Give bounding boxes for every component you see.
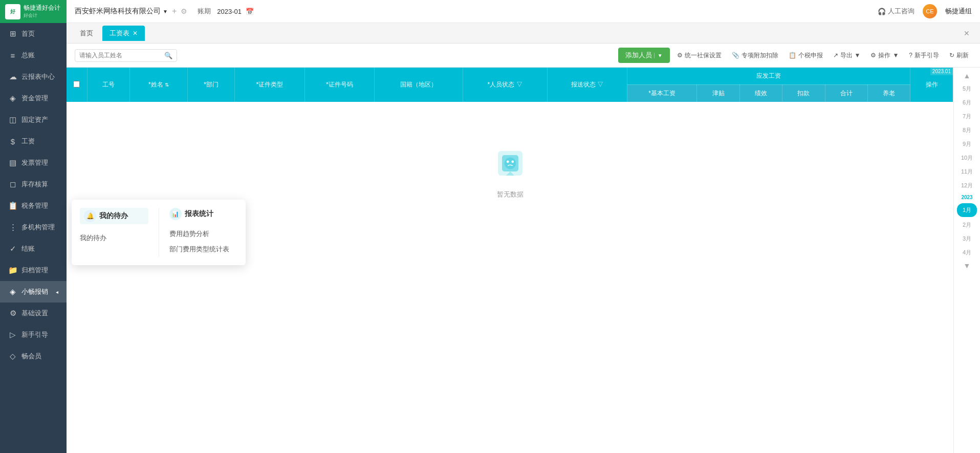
user-name: 畅捷通组: [945, 7, 972, 16]
export-icon: ↗: [833, 52, 838, 59]
add-person-dropdown-icon[interactable]: ▼: [654, 53, 663, 58]
popup-section-pending-title[interactable]: 🔔 我的待办: [80, 208, 148, 224]
timeline-month-10[interactable]: 10月: [954, 151, 980, 165]
sidebar-item-xiaochang[interactable]: ◈ 小畅报销 ◂: [0, 281, 67, 303]
new-guide-icon: ?: [909, 52, 912, 59]
popup-item-dept-expense[interactable]: 部门费用类型统计表: [169, 242, 238, 257]
ledger-icon: ≡: [8, 51, 17, 60]
popup-item-expense-trend[interactable]: 费用趋势分析: [169, 226, 238, 242]
popup-section-report-title[interactable]: 📊 报表统计: [169, 208, 238, 220]
sidebar-item-label: 新手引导: [21, 330, 48, 339]
add-person-button[interactable]: 添加人员 ▼: [618, 48, 670, 63]
company-dropdown-icon: ▼: [163, 9, 168, 14]
sidebar-item-settings[interactable]: ⚙ 基础设置: [0, 303, 67, 324]
sidebar-item-salary[interactable]: $ 工资: [0, 131, 67, 152]
timeline-month-9[interactable]: 9月: [954, 137, 980, 151]
empty-illustration: [490, 143, 531, 184]
timeline-month-11[interactable]: 11月: [954, 165, 980, 179]
sidebar-item-inventory[interactable]: ◻ 库存核算: [0, 174, 67, 195]
th-base-salary: *基本工资: [627, 85, 697, 102]
refresh-btn[interactable]: ↻ 刷新: [946, 49, 972, 62]
sidebar-item-home[interactable]: ⊞ 首页: [0, 23, 67, 45]
tab-home[interactable]: 首页: [73, 26, 100, 41]
sidebar-item-cloud-report[interactable]: ☁ 云报表中心: [0, 66, 67, 88]
tab-close-icon[interactable]: ✕: [133, 30, 138, 37]
service-button[interactable]: 🎧 人工咨询: [878, 7, 914, 16]
timeline-month-4[interactable]: 4月: [954, 246, 980, 260]
sidebar-item-invoice[interactable]: ▤ 发票管理: [0, 152, 67, 174]
settings-btn[interactable]: ⚙: [181, 7, 187, 15]
company-name[interactable]: 西安虾米网络科技有限公司 ▼: [75, 7, 168, 16]
sidebar-item-vip[interactable]: ◇ 畅会员: [0, 346, 67, 367]
sidebar-item-guide[interactable]: ▷ 新手引导: [0, 324, 67, 346]
timeline-month-8[interactable]: 8月: [954, 123, 980, 137]
th-nationality: 国籍（地区）: [375, 68, 463, 102]
logo-icon: 好: [5, 4, 20, 19]
report-icon: 📊: [169, 208, 182, 220]
new-guide-btn[interactable]: ? 新手引导: [906, 49, 942, 62]
sidebar-nav: ⊞ 首页 ≡ 总账 ☁ 云报表中心 ◈ 资金管理 ◫ 固定资产 $ 工资 ▤ 发…: [0, 23, 67, 453]
popup-item-my-pending[interactable]: 我的待办: [80, 230, 148, 246]
sidebar-item-label: 基础设置: [21, 309, 48, 318]
th-emp-id: 工号: [87, 68, 129, 102]
select-all-checkbox[interactable]: [67, 68, 87, 102]
popup-section-report: 📊 报表统计 费用趋势分析 部门费用类型统计表: [169, 208, 238, 257]
top-header: 西安虾米网络科技有限公司 ▼ + ⚙ 账期 2023-01 📅 🎧 人工咨询 C…: [67, 0, 980, 23]
timeline-month-1-current[interactable]: 1月: [957, 203, 977, 217]
tax-icon: 📋: [8, 201, 17, 210]
tax-declare-icon: 📋: [789, 52, 796, 59]
sidebar-item-settle[interactable]: ✓ 结账: [0, 238, 67, 260]
th-pension: 养老: [868, 85, 910, 102]
sidebar-item-ledger[interactable]: ≡ 总账: [0, 45, 67, 66]
calendar-icon[interactable]: 📅: [246, 8, 254, 15]
status-filter-icon: ▽: [516, 81, 522, 88]
th-deductions: 扣款: [782, 85, 825, 102]
svg-point-3: [506, 160, 509, 163]
multi-org-icon: ⋮: [8, 223, 17, 232]
sidebar-item-label: 云报表中心: [21, 72, 55, 81]
table-header-row1: 工号 *姓名 ⇅ *部门 *证件类型 *证件号码: [67, 68, 953, 85]
sidebar-item-label: 小畅报销: [21, 287, 48, 296]
social-security-icon: ⚙: [677, 52, 683, 59]
sidebar: 好 畅捷通好会计 好会计 ⊞ 首页 ≡ 总账 ☁ 云报表中心 ◈ 资金管理 ◫ …: [0, 0, 67, 453]
timeline-prev-btn[interactable]: ▲: [962, 70, 973, 82]
operation-dropdown-icon: ▼: [892, 52, 899, 59]
add-company-btn[interactable]: +: [172, 7, 177, 16]
sidebar-item-archive[interactable]: 📁 归档管理: [0, 260, 67, 281]
timeline-month-12[interactable]: 12月: [954, 179, 980, 192]
fixed-assets-icon: ◫: [8, 115, 17, 124]
timeline-month-5[interactable]: 5月: [954, 82, 980, 96]
period-label: 账期: [198, 7, 211, 16]
social-security-btn[interactable]: ⚙ 统一社保设置: [674, 49, 725, 62]
timeline-month-7[interactable]: 7月: [954, 110, 980, 123]
sidebar-item-tax[interactable]: 📋 税务管理: [0, 195, 67, 217]
timeline-next-btn[interactable]: ▼: [962, 260, 973, 272]
tab-salary[interactable]: 工资表 ✕: [102, 26, 145, 41]
vip-icon: ◇: [8, 352, 17, 361]
xiaochang-icon: ◈: [8, 287, 17, 296]
th-status[interactable]: *人员状态 ▽: [463, 68, 547, 102]
sidebar-item-fund[interactable]: ◈ 资金管理: [0, 88, 67, 109]
sidebar-item-fixed-assets[interactable]: ◫ 固定资产: [0, 109, 67, 131]
timeline-month-3[interactable]: 3月: [954, 232, 980, 246]
tax-declare-btn[interactable]: 📋 个税申报: [786, 49, 826, 62]
app-logo: 好 畅捷通好会计 好会计: [0, 0, 67, 23]
sort-icon: ⇅: [165, 82, 169, 88]
tab-close-btn[interactable]: ✕: [960, 27, 974, 39]
th-report-status[interactable]: 报送状态 ▽: [547, 68, 627, 102]
th-name[interactable]: *姓名 ⇅: [129, 68, 187, 102]
timeline-month-6[interactable]: 6月: [954, 96, 980, 110]
search-box[interactable]: 🔍: [75, 49, 177, 62]
th-cert-type: *证件类型: [235, 68, 305, 102]
special-deduct-btn[interactable]: 📎 专项附加扣除: [729, 49, 781, 62]
search-input[interactable]: [79, 52, 161, 59]
export-btn[interactable]: ↗ 导出 ▼: [830, 49, 864, 62]
timeline-panel: ▲ 5月 6月 7月 8月 9月 10月 11月 12月 2023 1月 2月 …: [953, 68, 980, 453]
operation-btn[interactable]: ⚙ 操作 ▼: [867, 49, 902, 62]
sidebar-item-multi-org[interactable]: ⋮ 多机构管理: [0, 217, 67, 238]
tab-bar: 首页 工资表 ✕ ✕: [67, 23, 980, 44]
popup-menu: 🔔 我的待办 我的待办 📊 报表统计 费用趋势分析 部门费用类型统计表: [72, 200, 246, 265]
sidebar-item-label: 归档管理: [21, 266, 48, 275]
timeline-month-2[interactable]: 2月: [954, 218, 980, 232]
th-cert-no: *证件号码: [304, 68, 375, 102]
